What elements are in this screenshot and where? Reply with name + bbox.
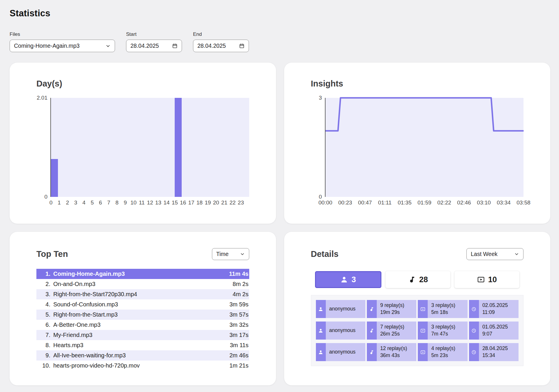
user-icon	[340, 276, 348, 283]
insights-x-tick-label: 02:22	[437, 199, 451, 206]
days-plot: 01234567891011121314151617181920212223	[50, 98, 249, 197]
insights-line	[326, 98, 524, 197]
top-ten-row[interactable]: 6.A-Better-One.mp33m 32s	[36, 320, 249, 330]
stat-tab-user[interactable]: 3	[315, 271, 382, 288]
files-select[interactable]: Coming-Home-Again.mp3	[10, 40, 115, 52]
cell-line: 5m 23s	[431, 352, 464, 359]
music-note-icon	[367, 300, 377, 318]
stat-count: 10	[488, 275, 497, 284]
date-cell: 02.05.202511:09	[469, 300, 519, 318]
top-ten-sort-select[interactable]: Time	[212, 248, 249, 260]
audio-replays-cell: 12 replay(s)36m 43s	[367, 343, 416, 361]
end-date-value: 28.04.2025	[197, 43, 226, 49]
play-time: 3m 17s	[229, 332, 249, 338]
cell-line: 7m 47s	[431, 331, 464, 337]
top-ten-row[interactable]: 10.hearts-promo-video-hd-720p.mov1m 21s	[36, 361, 249, 371]
top-ten-row[interactable]: 2.On-and-On.mp38m 2s	[36, 279, 249, 289]
days-x-tick-label: 19	[205, 199, 211, 206]
rank-label: 4.	[36, 301, 50, 308]
top-ten-list: 1.Coming-Home-Again.mp311m 4s2.On-and-On…	[36, 269, 249, 371]
cell-content: 4 replay(s)5m 23s	[428, 343, 467, 361]
top-ten-row[interactable]: 8.Hearts.mp33m 11s	[36, 340, 249, 350]
cell-line: 9:07	[482, 331, 515, 337]
cell-line: 01.05.2025	[482, 324, 515, 330]
days-x-tick-label: 21	[221, 199, 227, 206]
days-x-tick-label: 7	[107, 199, 110, 206]
cell-content: 7 replay(s)26m 25s	[377, 322, 416, 340]
days-x-tick-label: 9	[124, 199, 127, 206]
days-x-tick-label: 17	[188, 199, 194, 206]
top-ten-row[interactable]: 9.All-Ive-been-waiting-for.mp32m 46s	[36, 350, 249, 361]
clock-icon	[469, 343, 479, 361]
bar-hour-15	[175, 98, 182, 197]
days-x-tick-label: 0	[49, 199, 53, 206]
stat-count: 28	[419, 275, 428, 284]
rank-label: 2.	[36, 281, 50, 287]
stat-tab-music-note[interactable]: 28	[385, 271, 450, 288]
file-name: Hearts.mp3	[53, 342, 230, 349]
start-date-field: Start 28.04.2025	[126, 31, 182, 52]
days-x-tick-label: 10	[130, 199, 137, 206]
chevron-down-icon	[105, 43, 111, 49]
cell-line: 7 replay(s)	[380, 324, 413, 330]
user-icon	[316, 343, 326, 361]
start-date-label: Start	[126, 31, 182, 37]
details-range-select[interactable]: Last Week	[466, 248, 523, 260]
cell-line: 3 replay(s)	[431, 302, 464, 309]
play-time: 4m 2s	[233, 291, 249, 298]
days-x-tick-label: 4	[82, 199, 86, 206]
details-table: anonymous9 replay(s)19m 29s3 replay(s)5m…	[311, 295, 524, 366]
cell-content: 3 replay(s)7m 47s	[428, 322, 467, 340]
end-date-input[interactable]: 28.04.2025	[193, 40, 249, 52]
days-x-tick-label: 12	[147, 199, 153, 206]
days-x-tick-label: 5	[91, 199, 94, 206]
days-x-tick-label: 2	[66, 199, 69, 206]
details-header: Details Last Week	[311, 248, 524, 260]
files-select-value: Coming-Home-Again.mp3	[14, 43, 79, 49]
top-ten-row[interactable]: 1.Coming-Home-Again.mp311m 4s	[36, 269, 249, 279]
cell-line: 02.05.2025	[482, 302, 515, 309]
top-ten-row[interactable]: 5.Right-from-the-Start.mp33m 57s	[36, 310, 249, 320]
details-row: anonymous7 replay(s)26m 25s3 replay(s)7m…	[316, 322, 519, 340]
file-name: A-Better-One.mp3	[53, 322, 229, 328]
top-ten-card: Top Ten Time 1.Coming-Home-Again.mp311m …	[10, 232, 276, 385]
cell-line: anonymous	[329, 306, 362, 312]
cell-line: 15:34	[482, 352, 515, 359]
calendar-icon	[172, 43, 178, 49]
insights-card-title: Insights	[311, 79, 524, 89]
play-time: 3m 11s	[230, 342, 249, 349]
cell-content: 9 replay(s)19m 29s	[377, 300, 416, 318]
days-y-min-label: 0	[36, 194, 47, 200]
page-title: Statistics	[10, 8, 550, 19]
top-ten-row[interactable]: 7.My-Friend.mp33m 17s	[36, 330, 249, 340]
play-time: 1m 21s	[229, 362, 249, 369]
file-name: All-Ive-been-waiting-for.mp3	[53, 352, 229, 359]
film-icon	[418, 343, 428, 361]
cell-line: 5m 18s	[431, 309, 464, 316]
days-x-tick-label: 3	[74, 199, 77, 206]
days-x-tick-label: 15	[172, 199, 178, 206]
stat-tab-film[interactable]: 10	[454, 271, 519, 288]
end-date-label: End	[193, 31, 249, 37]
cell-line: 26m 25s	[380, 331, 413, 337]
file-name: On-and-On.mp3	[53, 281, 233, 287]
cards-grid: Day(s) 2.01 0 01234567891011121314151617…	[10, 63, 550, 385]
cell-line: 12 replay(s)	[380, 345, 413, 352]
play-time: 8m 2s	[233, 281, 249, 287]
insights-y-max-label: 3	[311, 95, 322, 101]
calendar-icon	[239, 43, 245, 49]
play-time: 11m 4s	[229, 271, 249, 277]
top-ten-row[interactable]: 4.Sound-of-Confusion.mp33m 59s	[36, 299, 249, 310]
days-card: Day(s) 2.01 0 01234567891011121314151617…	[10, 63, 276, 224]
start-date-input[interactable]: 28.04.2025	[126, 40, 182, 52]
days-y-max-label: 2.01	[36, 95, 47, 101]
days-x-tick-label: 6	[99, 199, 102, 206]
insights-x-tick-label: 03:34	[497, 199, 511, 206]
play-time: 2m 46s	[229, 352, 249, 359]
top-ten-row[interactable]: 3.Right-from-the-Start720p30.mp44m 2s	[36, 289, 249, 299]
days-chart: 2.01 0 012345678910111213141516171819202…	[36, 98, 249, 197]
filters-bar: Files Coming-Home-Again.mp3 Start 28.04.…	[10, 31, 550, 52]
files-field: Files Coming-Home-Again.mp3	[10, 31, 115, 52]
film-icon	[418, 300, 428, 318]
cell-line: 4 replay(s)	[431, 345, 464, 352]
